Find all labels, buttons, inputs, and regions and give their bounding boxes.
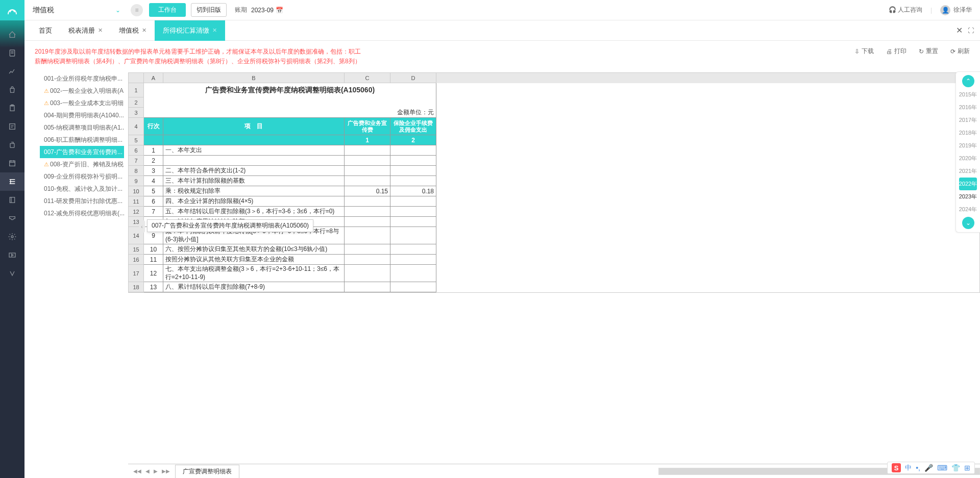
print-button[interactable]: 🖨 打印 [886,47,906,56]
cell-rownum[interactable]: 2 [144,156,163,166]
ime-toolbox-icon[interactable]: ⊞ [964,464,970,472]
download-button[interactable]: ⇩ 下载 [854,47,874,56]
refresh-button[interactable]: ⟳ 刷新 [950,47,970,56]
switch-old-button[interactable]: 切到旧版 [191,3,227,17]
sheet-prev-icon[interactable]: ◀ [144,468,151,474]
ime-keyboard-icon[interactable]: ⌨ [937,464,947,472]
year-item[interactable]: 2016年 [959,101,977,114]
ime-mic-icon[interactable]: 🎤 [924,464,933,472]
cell-value[interactable] [390,265,436,282]
navlist-item[interactable]: 007-广告费和业务宣传费跨... [40,146,124,158]
cell[interactable] [144,135,163,145]
cell-value[interactable] [345,145,390,156]
cell-item[interactable]: 七、本年支出纳税调整金额(3＞6，本行=2+3-6+10-11；3≤6，本行=2… [163,265,345,282]
cell-value[interactable]: 0.15 [345,186,390,196]
header-rownum[interactable]: 行次 [144,118,163,135]
cell-value[interactable]: 0.18 [390,186,436,196]
cell-item[interactable] [163,156,345,166]
navlist-item[interactable]: 006-职工薪酬纳税调整明细... [40,134,124,146]
ledger-icon[interactable] [0,172,24,191]
home-icon[interactable] [0,26,24,44]
cell-value[interactable] [345,156,390,166]
period-value[interactable]: 2023-09 [251,7,274,14]
col-header-d[interactable]: D [390,73,436,83]
ime-lang[interactable]: 中 [905,463,912,472]
cell-value[interactable] [345,265,390,282]
cell-value[interactable] [390,176,436,186]
year-item[interactable]: 2024年 [959,203,977,216]
row-header[interactable]: 2 [129,97,144,108]
cell-value[interactable] [345,244,390,255]
row-header[interactable]: 17 [129,265,144,282]
row-header[interactable]: 11 [129,196,144,207]
close-icon[interactable]: ✕ [98,27,103,34]
navlist-item[interactable]: 012-减免所得税优惠明细表(... [40,207,124,219]
cell-item[interactable]: 五、本年结转以后年度扣除额(3＞6，本行=3-6；3≤6，本行=0) [163,207,345,217]
doc-icon[interactable] [0,44,24,62]
settings-icon[interactable] [0,228,24,246]
navlist-item[interactable]: ⚠008-资产折旧、摊销及纳税... [40,158,124,170]
cell-value[interactable] [345,207,390,217]
sheet-next-icon[interactable]: ▶ [153,468,159,474]
cell-value[interactable] [345,176,390,186]
cell-value[interactable] [390,207,436,217]
year-item[interactable]: 2018年 [959,127,977,139]
ime-skin-icon[interactable]: 👕 [951,464,960,472]
cell-rownum[interactable]: 5 [144,186,163,196]
header-col1[interactable]: 广告费和业务宣传费 [345,118,390,135]
row-header[interactable]: 1 [129,83,144,97]
cell-item[interactable]: 四、本企业计算的扣除限额(4×5) [163,196,345,207]
sheet-first-icon[interactable]: ◀◀ [132,468,142,474]
row-header[interactable]: 8 [129,166,144,176]
cell-value[interactable] [345,255,390,265]
ime-punct-icon[interactable]: •, [916,464,920,472]
maximize-icon[interactable]: ⛶ [968,27,974,34]
row-header[interactable]: 15 [129,244,144,255]
consult-link[interactable]: 🎧 人工咨询 [889,6,922,14]
cell[interactable] [144,97,436,108]
cell-value[interactable] [390,166,436,176]
row-header[interactable]: 18 [129,282,144,292]
cell-rownum[interactable]: 6 [144,196,163,207]
reset-button[interactable]: ↻ 重置 [919,47,938,56]
cell-item[interactable]: 八、累计结转以后年度扣除额(7+8-9) [163,282,345,292]
navlist-item[interactable]: 009-企业所得税弥补亏损明... [40,170,124,183]
header-col2[interactable]: 保险企业手续费及佣金支出 [390,118,436,135]
header-item[interactable]: 项 目 [163,118,345,135]
col-header-c[interactable]: C [345,73,390,83]
cell-item[interactable]: 一、本年支出 [163,145,345,156]
year-item[interactable]: 2020年 [959,152,977,165]
sheet-title[interactable]: 广告费和业务宣传费跨年度纳税调整明细表(A105060) [144,83,436,97]
cell-value[interactable] [345,282,390,292]
cell-rownum[interactable]: 1 [144,145,163,156]
cell-value[interactable] [390,217,436,227]
cell-value[interactable] [390,282,436,292]
navlist-item[interactable]: 010-免税、减计收入及加计... [40,183,124,195]
cell-value[interactable] [345,166,390,176]
navlist-item[interactable]: ⚠002-一般企业收入明细表(A... [40,85,124,97]
row-header[interactable]: 12 [129,207,144,217]
tab-vat[interactable]: 增值税✕ [111,20,155,41]
report-icon[interactable] [0,117,24,136]
title-dropdown-icon[interactable]: ⌄ [115,7,120,14]
clipboard-icon[interactable] [0,99,24,117]
col-header-a[interactable]: A [144,73,163,83]
header-sub2[interactable]: 2 [390,135,436,145]
year-item[interactable]: 2015年 [959,88,977,101]
cell-value[interactable] [390,196,436,207]
cell-rownum[interactable]: 12 [144,265,163,282]
cell-rownum[interactable]: 7 [144,207,163,217]
year-item[interactable]: 2019年 [959,139,977,152]
building-icon[interactable] [0,136,24,154]
cell-value[interactable] [390,255,436,265]
folder-icon[interactable] [0,191,24,209]
cell-item[interactable]: 按照分摊协议从其他关联方归集至本企业的金额 [163,255,345,265]
cell-value[interactable] [390,244,436,255]
cell-rownum[interactable]: 11 [144,255,163,265]
cell-rownum[interactable]: 4 [144,176,163,186]
calendar-icon[interactable] [0,154,24,172]
row-header[interactable]: 3 [129,108,144,118]
sheet-last-icon[interactable]: ▶▶ [161,468,171,474]
cell-item[interactable]: 乘：税收规定扣除率 [163,186,345,196]
logo[interactable] [0,0,24,20]
